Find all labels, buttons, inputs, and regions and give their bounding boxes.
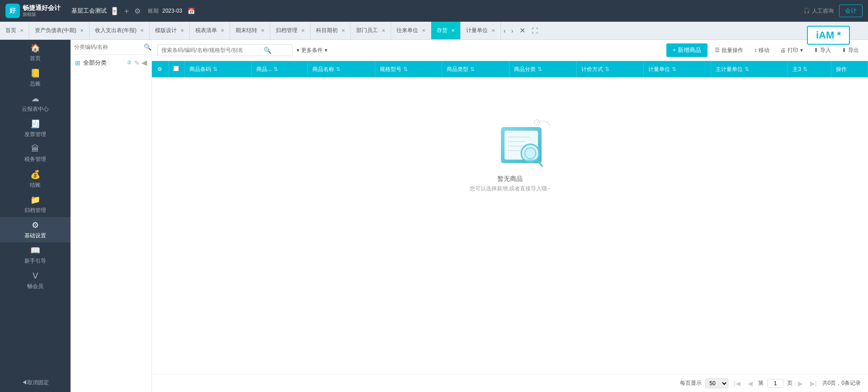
sidebar-item-closing[interactable]: 💰 结账 [0, 166, 71, 192]
tab-counterparty[interactable]: 往来单位 ✕ [391, 22, 431, 40]
sidebar-label-archive: 归档管理 [24, 207, 46, 214]
settings-gear-btn[interactable]: ⚙ [134, 7, 141, 15]
sidebar-item-guide[interactable]: 📖 新手引导 [0, 242, 71, 268]
closing-icon: 💰 [30, 170, 40, 179]
sidebar-item-basic-settings[interactable]: ⚙ 基础设置 [0, 217, 71, 242]
new-product-btn[interactable]: + 新增商品 [666, 43, 708, 57]
page-first-btn[interactable]: |◀ [732, 379, 742, 388]
sidebar-item-invoice[interactable]: 🧾 发票管理 [0, 116, 71, 141]
page-next-btn[interactable]: ▶ [796, 379, 805, 388]
empty-illustration [483, 113, 555, 177]
th-type[interactable]: 商品类型⇅ [442, 61, 509, 77]
th-barcode[interactable]: 商品条码⇅ [184, 61, 252, 77]
filter-label: 更多条件 [301, 47, 323, 54]
panel-collapse-btn[interactable]: ◀ [142, 58, 147, 67]
th-code[interactable]: 商品...⇅ [252, 61, 308, 77]
iam-button[interactable]: iAM * [807, 26, 850, 45]
right-content: 🔍 ▾ 更多条件 ▾ + 新增商品 ☰ 批量操作 ↕ 移动 [152, 40, 868, 392]
th-category[interactable]: 商品分类⇅ [509, 61, 576, 77]
tab-next-btn[interactable]: › [509, 22, 516, 40]
print-btn[interactable]: 🖨 打印 ▾ [777, 45, 807, 56]
sidebar-label-home: 首页 [30, 55, 41, 62]
toolbar: 🔍 ▾ 更多条件 ▾ + 新增商品 ☰ 批量操作 ↕ 移动 [152, 40, 868, 61]
export-btn[interactable]: ⬇ 导出 [838, 45, 863, 56]
import-btn[interactable]: ⬆ 导入 [810, 45, 835, 56]
add-tab-btn[interactable]: ＋ [123, 5, 131, 16]
pagination-bar: 每页显示 50 100 200 |◀ ◀ 第 页 ▶ ▶| 共0页，0条记录 [152, 374, 868, 392]
tab-period-close[interactable]: 期末结转 ✕ [230, 22, 270, 40]
ai-service-btn[interactable]: 🎧 人工咨询 [803, 7, 834, 15]
tab-archive[interactable]: 归档管理 ✕ [270, 22, 311, 40]
move-btn[interactable]: ↕ 移动 [750, 45, 773, 56]
th-name[interactable]: 商品名称⇅ [307, 61, 375, 77]
calendar-icon[interactable]: 📅 [188, 8, 195, 14]
tab-tax-report[interactable]: 税表清单 ✕ [190, 22, 230, 40]
tab-subject-close[interactable]: ✕ [341, 28, 345, 33]
tab-unit-label: 计量单位 [466, 27, 488, 34]
tab-unit-close[interactable]: ✕ [491, 28, 495, 33]
tab-template-design[interactable]: 模版设计 ✕ [150, 22, 190, 40]
th-unit[interactable]: 计量单位⇅ [644, 61, 711, 77]
tab-home[interactable]: 首页 ✕ [0, 22, 29, 40]
tab-income-statement[interactable]: 收入支出表(年报) ✕ [90, 22, 150, 40]
tab-balance-close[interactable]: ✕ [80, 28, 84, 33]
tab-balance-sheet[interactable]: 资产负债表(中期) ✕ [29, 22, 90, 40]
tab-unit[interactable]: 计量单位 ✕ [461, 22, 501, 40]
tab-inventory-close[interactable]: ✕ [451, 28, 455, 33]
empty-icon [483, 113, 537, 168]
export-icon: ⬇ [842, 47, 846, 53]
tab-dept-close[interactable]: ✕ [382, 28, 385, 33]
account-button[interactable]: 会计 [839, 5, 863, 17]
category-edit-btn[interactable]: ✎ [134, 58, 140, 67]
filter-btn[interactable]: ▾ 更多条件 ▾ [297, 47, 327, 54]
tab-archive-close[interactable]: ✕ [301, 28, 305, 33]
category-search-btn[interactable]: 🔍 [144, 43, 151, 51]
tab-tax-close[interactable]: ✕ [221, 28, 224, 33]
th-settings[interactable]: ⚙ [152, 61, 168, 77]
main-search-input[interactable] [161, 47, 261, 53]
page-last-btn[interactable]: ▶| [808, 379, 819, 388]
tab-home-close[interactable]: ✕ [20, 28, 24, 33]
export-label: 导出 [848, 47, 859, 54]
unpin-label: ◀取消固定 [22, 379, 49, 387]
th-price-method[interactable]: 计价方式⇅ [576, 61, 644, 77]
sidebar-unpin-btn[interactable]: ◀取消固定 [0, 373, 71, 392]
batch-ops-btn[interactable]: ☰ 批量操作 [711, 45, 747, 56]
tab-dept-employee[interactable]: 部门员工 ✕ [351, 22, 391, 40]
page-prev-btn[interactable]: ◀ [746, 379, 755, 388]
tab-subject-init[interactable]: 科目期初 ✕ [311, 22, 351, 40]
tab-inventory-label: 存货 [437, 27, 448, 34]
select-all-checkbox[interactable] [173, 66, 179, 71]
sidebar-item-tax[interactable]: 🏛 税务管理 [0, 141, 71, 166]
tab-close-all-btn[interactable]: ✕ [516, 22, 529, 40]
th-main-unit[interactable]: 主计量单位⇅ [711, 61, 788, 77]
svg-point-8 [525, 148, 536, 159]
tab-expand-btn[interactable]: ⛶ [529, 22, 541, 40]
per-page-label: 每页显示 [680, 379, 702, 387]
per-page-select[interactable]: 50 100 200 [705, 378, 728, 388]
th-checkbox[interactable] [168, 61, 184, 77]
sidebar-item-ledger[interactable]: 📒 总账 [0, 65, 71, 90]
category-actions: ✎ ◀ [134, 58, 147, 67]
tab-income-close[interactable]: ✕ [140, 28, 144, 33]
category-search-input[interactable] [74, 44, 142, 50]
tab-period-close-x[interactable]: ✕ [261, 28, 264, 33]
page-number-input[interactable] [767, 379, 783, 388]
company-dropdown-btn[interactable]: ▾ [112, 7, 117, 15]
product-table: ⚙ 商品条码⇅ 商品...⇅ 商品名称⇅ 规格型号⇅ 商品类型⇅ 商品分类⇅ 计… [152, 61, 868, 229]
invoice-icon: 🧾 [30, 119, 40, 129]
tab-counterparty-close[interactable]: ✕ [422, 28, 425, 33]
tab-counterparty-label: 往来单位 [396, 27, 418, 34]
th-spec[interactable]: 规格型号⇅ [375, 61, 442, 77]
tab-template-close[interactable]: ✕ [180, 28, 184, 33]
tab-period-close-label: 期末结转 [236, 27, 257, 34]
app-subtitle: 旗舰版 [23, 11, 61, 18]
sidebar-item-reports[interactable]: ☁ 云报表中心 [0, 90, 71, 116]
sidebar-item-membership[interactable]: Ⅴ 畅会员 [0, 268, 71, 293]
main-search-icon[interactable]: 🔍 [264, 47, 271, 54]
tab-inventory[interactable]: 存货 ✕ [431, 22, 461, 40]
sidebar-item-home[interactable]: 🏠 首页 [0, 40, 71, 65]
th-col3[interactable]: 主3⇅ [788, 61, 831, 77]
tab-prev-btn[interactable]: ‹ [501, 22, 509, 40]
sidebar-item-archive[interactable]: 📁 归档管理 [0, 192, 71, 217]
